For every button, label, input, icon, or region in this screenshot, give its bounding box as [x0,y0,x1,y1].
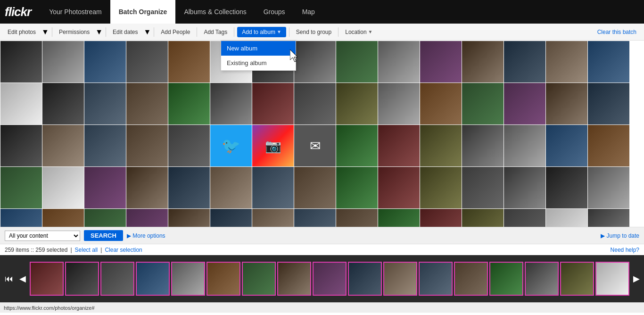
filmstrip-next[interactable]: ▶ [631,274,642,284]
select-all-link[interactable]: Select all [75,247,98,253]
photo-cell[interactable] [0,83,42,124]
photo-cell[interactable] [336,125,378,166]
photo-cell[interactable] [0,41,42,83]
add-to-album-arrow[interactable]: ▼ [277,29,281,34]
filmstrip-thumb[interactable] [171,262,205,296]
photo-cell[interactable] [126,125,168,166]
edit-dates-button[interactable]: Edit dates [109,27,141,37]
photo-cell[interactable] [126,167,168,208]
filmstrip-thumb[interactable] [489,262,523,296]
photo-cell[interactable] [168,125,210,166]
existing-album-option[interactable]: Existing album [221,56,296,70]
photo-cell[interactable] [336,167,378,208]
photo-cell[interactable] [504,83,545,124]
photo-cell[interactable] [252,167,294,208]
photo-cell[interactable] [42,83,84,124]
photo-cell[interactable] [336,83,378,124]
photo-cell[interactable] [126,83,168,124]
photo-cell-instagram[interactable]: 📷 [252,125,294,166]
photo-cell[interactable] [504,41,545,83]
photo-cell[interactable] [84,125,126,166]
photo-cell[interactable] [462,167,504,208]
photo-cell[interactable] [420,125,462,166]
photo-cell-mail[interactable]: ✉ [294,125,336,166]
photo-cell[interactable] [252,209,294,227]
photo-cell[interactable] [168,209,210,227]
photo-cell[interactable] [126,41,168,83]
photo-cell[interactable] [378,125,420,166]
photo-cell[interactable] [462,209,504,227]
nav-photostream[interactable]: Your Photostream [41,0,110,24]
clear-batch-button[interactable]: Clear this batch [594,27,640,37]
filmstrip-thumb[interactable] [454,262,488,296]
more-options-button[interactable]: ▶ More options [127,232,165,239]
photo-cell[interactable] [546,167,587,208]
content-select[interactable]: All your content [5,231,80,241]
photo-cell[interactable] [294,209,336,227]
photo-cell[interactable] [210,83,252,124]
search-button[interactable]: SEARCH [84,230,123,241]
filmstrip-thumb[interactable] [560,262,594,296]
photo-cell[interactable] [84,167,126,208]
photo-cell[interactable] [420,83,462,124]
location-arrow[interactable]: ▼ [368,29,373,34]
nav-groups[interactable]: Groups [255,0,294,24]
filmstrip-thumb[interactable] [277,262,311,296]
photo-cell[interactable] [42,41,84,83]
photo-cell[interactable] [0,167,42,208]
new-album-option[interactable]: New album [221,41,296,56]
filmstrip-thumb[interactable] [419,262,453,296]
photo-cell[interactable] [336,209,378,227]
photo-cell[interactable] [294,41,336,83]
photo-cell[interactable] [42,167,84,208]
edit-dates-arrow[interactable]: ▼ [143,28,151,36]
filmstrip-thumb[interactable] [242,262,276,296]
filmstrip-thumb[interactable] [595,262,629,296]
photo-cell[interactable] [294,83,336,124]
jump-to-date-button[interactable]: ▶ Jump to date [601,232,639,239]
nav-batch-organize[interactable]: Batch Organize [110,0,176,24]
filmstrip-thumb[interactable] [206,262,240,296]
photo-cell[interactable] [84,209,126,227]
photo-cell[interactable] [336,41,378,83]
permissions-button[interactable]: Permissions [55,27,93,37]
filmstrip-thumb[interactable] [30,262,64,296]
photo-cell[interactable] [210,209,252,227]
photo-cell[interactable] [420,167,462,208]
photo-cell[interactable] [0,125,42,166]
add-to-album-button[interactable]: Add to album ▼ [237,27,286,37]
photo-cell[interactable] [42,209,84,227]
photo-cell[interactable] [168,41,210,83]
add-tags-button[interactable]: Add Tags [200,27,231,37]
photo-cell[interactable] [378,83,420,124]
photo-cell[interactable] [546,83,587,124]
add-people-button[interactable]: Add People [157,27,194,37]
photo-cell[interactable] [504,167,545,208]
photo-cell[interactable] [42,125,84,166]
filmstrip-thumb[interactable] [525,262,559,296]
photo-cell[interactable] [588,125,629,166]
filmstrip-thumb[interactable] [136,262,170,296]
photo-cell[interactable] [546,209,587,227]
photo-cell[interactable] [462,83,504,124]
photo-cell[interactable] [378,41,420,83]
photo-cell[interactable] [462,125,504,166]
filmstrip-prev[interactable]: ◀ [17,274,28,284]
photo-cell[interactable] [252,83,294,124]
send-to-group-button[interactable]: Send to group [292,27,335,37]
permissions-arrow[interactable]: ▼ [95,28,103,36]
photo-cell[interactable] [588,167,629,208]
filmstrip-thumb[interactable] [65,262,99,296]
edit-photos-arrow[interactable]: ▼ [41,28,49,36]
edit-photos-button[interactable]: Edit photos [4,27,40,37]
photo-cell[interactable] [294,167,336,208]
flickr-logo[interactable]: flickr [5,5,31,19]
clear-selection-link[interactable]: Clear selection [105,247,142,253]
filmstrip-thumb[interactable] [383,262,417,296]
photo-cell[interactable] [84,83,126,124]
photo-cell[interactable] [0,209,42,227]
need-help-link[interactable]: Need help? [611,247,639,253]
photo-cell[interactable] [546,41,587,83]
nav-albums-collections[interactable]: Albums & Collections [175,0,255,24]
photo-cell[interactable] [462,41,504,83]
